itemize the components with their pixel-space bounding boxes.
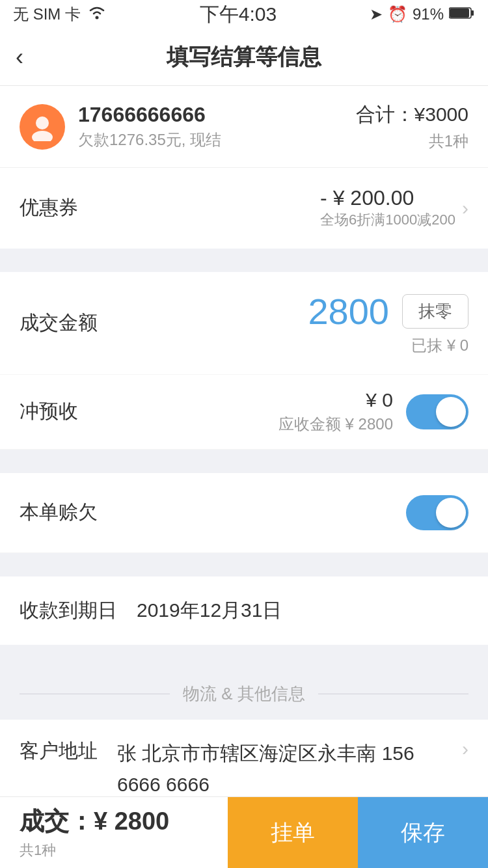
deal-amount-label: 成交金额 [20, 310, 98, 336]
divider-3 [0, 565, 488, 576]
save-button[interactable]: 保存 [358, 797, 488, 869]
prereceive-amount: ¥ 0 [278, 389, 393, 411]
coupon-right: - ¥ 200.00 全场6折满1000减200 › [320, 186, 468, 230]
bottom-summary-label: 成交： [20, 807, 94, 835]
divider-2 [0, 461, 488, 473]
total-count: 共1种 [356, 131, 468, 152]
deal-amount-section: 成交金额 2800 抹零 已抹 ¥ 0 冲预收 ¥ 0 应收金额 ¥ 2800 [0, 272, 488, 450]
coupon-chevron-icon: › [462, 197, 468, 219]
location-icon: ➤ [370, 5, 383, 23]
alarm-icon: ⏰ [388, 5, 407, 23]
svg-rect-3 [450, 8, 469, 18]
wifi-icon [87, 5, 107, 23]
status-bar: 无 SIM 卡 下午4:03 ➤ ⏰ 91% [0, 0, 488, 29]
prereceive-right: ¥ 0 应收金额 ¥ 2800 [278, 389, 468, 435]
debt-section: 本单赊欠 [0, 473, 488, 553]
debt-toggle[interactable] [406, 495, 468, 530]
logistics-text: 物流 & 其他信息 [183, 683, 305, 705]
coupon-description: 全场6折满1000减200 [320, 210, 455, 230]
prereceive-sub: 应收金额 ¥ 2800 [278, 414, 393, 435]
svg-point-4 [36, 116, 49, 129]
bottom-summary-amount: ¥ 2800 [94, 807, 169, 835]
address-value: 张 北京市市辖区海淀区永丰南 156 6666 6666 [117, 738, 452, 800]
coupon-label: 优惠券 [20, 195, 78, 221]
status-left: 无 SIM 卡 [13, 4, 107, 25]
due-date-section: 收款到期日 2019年12月31日 [0, 576, 488, 645]
battery-text: 91% [413, 5, 444, 23]
customer-phone: 17666666666 [78, 103, 221, 127]
status-time: 下午4:03 [200, 1, 277, 28]
bottom-summary: 成交：¥ 2800 共1种 [0, 805, 228, 860]
prereceive-label: 冲预收 [20, 398, 78, 425]
svg-rect-2 [471, 10, 474, 16]
debt-toggle-knob [436, 498, 466, 528]
logistics-divider: 物流 & 其他信息 [0, 668, 488, 720]
customer-left: 17666666666 欠款1276.35元, 现结 [20, 103, 221, 150]
prereceive-toggle[interactable] [406, 394, 468, 429]
logistics-line-right [318, 694, 468, 694]
due-date-row: 收款到期日 2019年12月31日 [0, 576, 488, 645]
customer-info: 17666666666 欠款1276.35元, 现结 [78, 103, 221, 150]
prereceive-row: 冲预收 ¥ 0 应收金额 ¥ 2800 [0, 375, 488, 450]
customer-row: 17666666666 欠款1276.35元, 现结 合计：¥3000 共1种 [0, 86, 488, 167]
debt-label: 本单赊欠 [20, 499, 98, 526]
customer-sub-info: 欠款1276.35元, 现结 [78, 129, 221, 150]
status-right: ➤ ⏰ 91% [370, 5, 475, 23]
debt-row: 本单赊欠 [0, 473, 488, 553]
zeroed-label: 已抹 ¥ 0 [411, 335, 468, 356]
svg-point-0 [96, 16, 99, 20]
customer-right: 合计：¥3000 共1种 [356, 102, 468, 152]
due-date-value: 2019年12月31日 [137, 597, 282, 624]
avatar [20, 104, 65, 150]
deal-amount-right: 2800 抹零 [308, 290, 468, 332]
signal-text: 无 SIM 卡 [13, 4, 81, 25]
logistics-line-left [20, 694, 170, 694]
address-label: 客户地址 [20, 738, 98, 765]
bottom-amount: 成交：¥ 2800 [20, 805, 208, 838]
customer-section: 17666666666 欠款1276.35元, 现结 合计：¥3000 共1种 … [0, 86, 488, 249]
due-date-label: 收款到期日 [20, 597, 117, 624]
page-title: 填写结算等信息 [167, 42, 321, 72]
coupon-discount: - ¥ 200.00 [320, 186, 455, 210]
nav-bar: ‹ 填写结算等信息 [0, 29, 488, 86]
deal-amount-row: 成交金额 2800 抹零 已抹 ¥ 0 [0, 272, 488, 375]
bottom-count: 共1种 [20, 841, 208, 860]
hold-order-button[interactable]: 挂单 [228, 797, 358, 869]
battery-icon [449, 5, 475, 23]
divider-4 [0, 657, 488, 668]
total-amount: 合计：¥3000 [356, 102, 468, 128]
divider-1 [0, 260, 488, 272]
prereceive-values: ¥ 0 应收金额 ¥ 2800 [278, 389, 393, 435]
svg-point-5 [32, 131, 53, 141]
address-chevron-icon: › [462, 738, 468, 760]
round-zero-button[interactable]: 抹零 [402, 294, 468, 329]
bottom-bar: 成交：¥ 2800 共1种 挂单 保存 [0, 796, 488, 868]
deal-amount-value: 2800 [308, 290, 389, 332]
toggle-knob [436, 397, 466, 427]
coupon-row[interactable]: 优惠券 - ¥ 200.00 全场6折满1000减200 › [0, 167, 488, 249]
back-button[interactable]: ‹ [16, 44, 23, 71]
